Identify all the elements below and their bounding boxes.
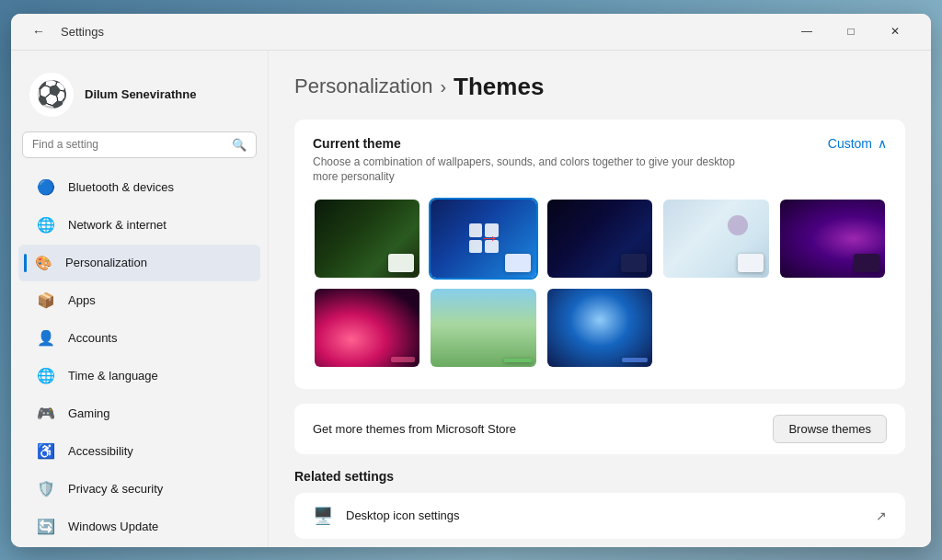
privacy-icon: 🛡️ (37, 480, 55, 498)
sidebar-item-label: Accessibility (68, 444, 133, 458)
external-link-icon: ↗ (876, 509, 887, 523)
setting-row-label: Desktop icon settings (346, 509, 460, 522)
apps-icon: 📦 (37, 291, 55, 310)
store-row: Get more themes from Microsoft Store Bro… (294, 404, 905, 454)
theme-item[interactable] (546, 287, 654, 369)
theme-thumbnail (663, 200, 768, 278)
theme-mini-window (621, 254, 647, 272)
theme-item[interactable] (429, 287, 537, 369)
current-theme-title: Current theme (313, 136, 754, 151)
theme-thumbnail (315, 289, 419, 367)
breadcrumb-separator: › (440, 76, 446, 97)
bluetooth-icon: 🔵 (37, 178, 55, 197)
related-settings-section: Related settings 🖥️ Desktop icon setting… (294, 469, 905, 539)
settings-window: ← Settings — □ ✕ ⚽ Dilum Senevirathne 🔍 … (11, 14, 931, 547)
window-title: Settings (61, 25, 104, 39)
sidebar-item-label: Privacy & security (68, 482, 163, 496)
time-icon: 🌐 (37, 367, 55, 385)
personalization-icon: 🎨 (34, 254, 52, 272)
theme-thumbnail (315, 200, 419, 278)
theme-mini-window (504, 359, 532, 362)
theme-mini-window (854, 254, 879, 272)
theme-thumbnail (547, 289, 652, 367)
maximize-button[interactable]: □ (830, 17, 872, 46)
close-button[interactable]: ✕ (874, 17, 916, 46)
sidebar-item-apps[interactable]: 📦 Apps (18, 282, 260, 319)
theme-mini-window (738, 254, 764, 272)
breadcrumb: Personalization › Themes (294, 73, 905, 101)
breadcrumb-parent: Personalization (294, 74, 432, 98)
desktop-icon: 🖥️ (313, 506, 333, 526)
window-controls: — □ ✕ (786, 17, 916, 46)
back-button[interactable]: ← (26, 18, 52, 44)
chevron-up-icon: ∧ (878, 136, 887, 151)
desktop-icon-settings-row[interactable]: 🖥️ Desktop icon settings ↗ (294, 493, 905, 539)
user-section: ⚽ Dilum Senevirathne (11, 65, 268, 131)
active-indicator (24, 254, 27, 272)
sidebar-item-label: Personalization (65, 256, 147, 269)
theme-item[interactable] (661, 198, 770, 280)
sidebar-item-label: Bluetooth & devices (68, 180, 174, 194)
theme-item[interactable] (778, 198, 887, 280)
browse-themes-button[interactable]: Browse themes (773, 415, 887, 443)
overwatch-icon (728, 215, 748, 235)
search-icon: 🔍 (232, 138, 247, 152)
theme-thumbnail: → (431, 200, 535, 278)
sidebar-item-windows-update[interactable]: 🔄 Windows Update (18, 509, 260, 545)
search-box[interactable]: 🔍 (22, 131, 257, 158)
sidebar-nav: 🔵 Bluetooth & devices 🌐 Network & intern… (11, 169, 268, 545)
minimize-button[interactable]: — (786, 17, 828, 46)
current-theme-header: Current theme Choose a combination of wa… (313, 136, 887, 186)
content: ⚽ Dilum Senevirathne 🔍 🔵 Bluetooth & dev… (11, 51, 931, 547)
current-theme-card: Current theme Choose a combination of wa… (294, 120, 905, 389)
sidebar-item-bluetooth[interactable]: 🔵 Bluetooth & devices (18, 169, 260, 206)
sidebar-item-time[interactable]: 🌐 Time & language (18, 358, 260, 394)
theme-mini-window (622, 358, 648, 362)
current-theme-info: Current theme Choose a combination of wa… (313, 136, 754, 186)
theme-mini-window (505, 254, 531, 272)
breadcrumb-current: Themes (454, 73, 544, 101)
windows-update-icon: 🔄 (37, 518, 55, 536)
user-name: Dilum Senevirathne (85, 87, 196, 101)
sidebar: ⚽ Dilum Senevirathne 🔍 🔵 Bluetooth & dev… (11, 51, 269, 547)
avatar: ⚽ (29, 73, 74, 117)
selected-arrow: → (479, 226, 500, 250)
sidebar-item-label: Time & language (68, 369, 158, 383)
theme-item[interactable] (313, 198, 421, 280)
sidebar-item-label: Network & internet (68, 218, 167, 232)
theme-item-selected[interactable]: → (429, 198, 537, 280)
sidebar-item-label: Apps (68, 293, 96, 307)
theme-mini-window (391, 357, 415, 362)
sidebar-item-privacy[interactable]: 🛡️ Privacy & security (18, 471, 260, 508)
search-input[interactable] (32, 138, 224, 151)
custom-label: Custom (828, 136, 872, 151)
sidebar-item-label: Gaming (68, 406, 110, 420)
sidebar-item-gaming[interactable]: 🎮 Gaming (18, 395, 260, 432)
titlebar: ← Settings — □ ✕ (11, 14, 931, 51)
accounts-icon: 👤 (37, 329, 55, 348)
main-content: Personalization › Themes Current theme C… (269, 51, 931, 547)
themes-grid: → (313, 198, 887, 369)
titlebar-left: ← Settings (26, 18, 786, 44)
sidebar-item-label: Accounts (68, 331, 117, 345)
setting-row-left: 🖥️ Desktop icon settings (313, 506, 460, 526)
related-settings-title: Related settings (294, 469, 905, 484)
theme-item[interactable] (313, 287, 421, 369)
store-text: Get more themes from Microsoft Store (313, 422, 516, 436)
theme-thumbnail (547, 200, 652, 278)
custom-button[interactable]: Custom ∧ (828, 136, 887, 151)
theme-thumbnail (431, 289, 535, 367)
sidebar-item-accounts[interactable]: 👤 Accounts (18, 320, 260, 357)
sidebar-item-personalization[interactable]: 🎨 Personalization (18, 245, 260, 281)
gaming-icon: 🎮 (37, 405, 55, 423)
accessibility-icon: ♿ (37, 442, 55, 461)
sidebar-item-network[interactable]: 🌐 Network & internet (18, 207, 260, 244)
sidebar-item-accessibility[interactable]: ♿ Accessibility (18, 433, 260, 470)
theme-mini-window (388, 254, 414, 272)
current-theme-description: Choose a combination of wallpapers, soun… (313, 154, 754, 186)
sidebar-item-label: Windows Update (68, 520, 158, 533)
theme-item[interactable] (546, 198, 654, 280)
theme-thumbnail (780, 200, 885, 278)
network-icon: 🌐 (37, 216, 55, 234)
